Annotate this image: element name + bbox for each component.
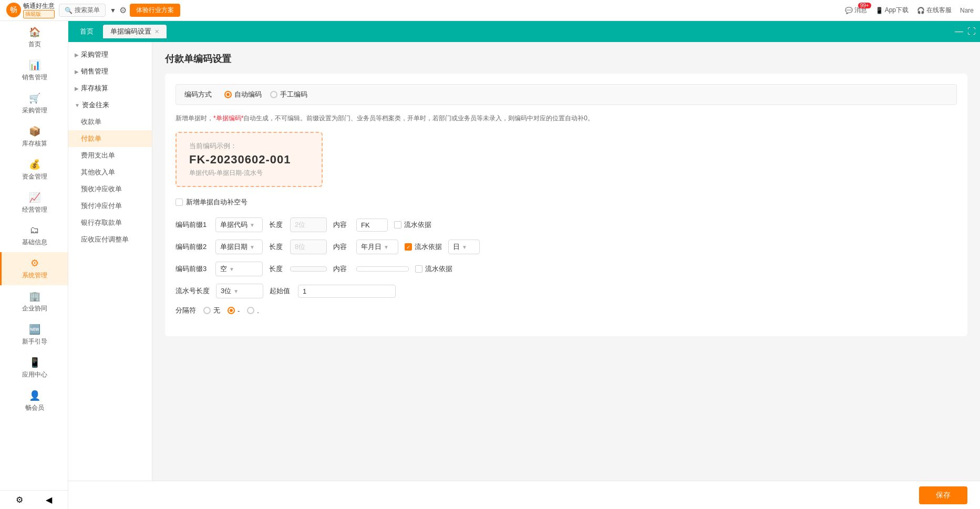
sidebar-item-member[interactable]: 👤 畅会员 (0, 385, 68, 418)
serial-2-checkbox[interactable]: ✓ 流水依据 (405, 242, 442, 252)
preview-box: 当前编码示例： FK-20230602-001 单据代码-单据日期-流水号 (176, 132, 323, 187)
sidebar-settings-icon[interactable]: ⚙ (16, 495, 23, 505)
auto-fill-checkbox[interactable] (176, 199, 183, 206)
length-3-label: 长度 (269, 264, 284, 274)
sub-menu-item-expense[interactable]: 费用支出单 (68, 147, 152, 164)
sidebar-item-purchase[interactable]: 🛒 采购管理 (0, 87, 68, 120)
tab-home-label: 首页 (80, 27, 94, 36)
sidebar-item-appcenter[interactable]: 📱 应用中心 (0, 351, 68, 385)
sidebar-item-home[interactable]: 🏠 首页 (0, 21, 68, 54)
member-icon: 👤 (29, 390, 40, 401)
sidebar-item-sales[interactable]: 📊 销售管理 (0, 54, 68, 87)
prefix-3-select[interactable]: 空 ▼ (215, 262, 263, 276)
sep-dot[interactable]: . (247, 307, 259, 315)
auto-fill-row: 新增单据自动补空号 (176, 198, 957, 207)
content-2-select[interactable]: 年月日 ▼ (356, 240, 398, 254)
app-download-button[interactable]: 📱 App下载 (875, 6, 909, 15)
chevron-down-icon: ▼ (384, 244, 389, 250)
sidebar-item-finance[interactable]: 💰 资金管理 (0, 153, 68, 186)
online-service-button[interactable]: 🎧 在线客服 (917, 6, 952, 15)
logo-area: 畅 畅通好生意 插屁版 (6, 2, 55, 18)
content-3-label: 内容 (333, 264, 350, 274)
prefix-1-select[interactable]: 单据代码 ▼ (215, 217, 263, 232)
sub-menu-item-receipt[interactable]: 收款单 (68, 113, 152, 130)
sidebar-item-label: 采购管理 (22, 106, 47, 115)
nav-dropdown[interactable]: ▼ (110, 7, 116, 14)
prefix-2-select[interactable]: 单据日期 ▼ (215, 240, 263, 254)
length-1-input[interactable]: 2位 (290, 217, 327, 232)
serial-2-label: 流水依据 (415, 242, 442, 252)
tab-home[interactable]: 首页 (73, 25, 101, 38)
sub-menu-item-prepay-receive[interactable]: 预收冲应收单 (68, 181, 152, 198)
sidebar-item-label: 系统管理 (22, 271, 47, 280)
start-value-label: 起始值 (270, 286, 292, 296)
sep-none[interactable]: 无 (203, 306, 220, 315)
sidebar-item-newguide[interactable]: 🆕 新手引导 (0, 318, 68, 351)
appcenter-icon: 📱 (29, 357, 40, 368)
sub-menu-group-inventory: ▶ 库存核算 (68, 80, 152, 97)
search-menu-button[interactable]: 🔍 搜索菜单 (59, 4, 106, 17)
prefix-2-label: 编码前缀2 (176, 242, 209, 252)
content-3-value (356, 266, 409, 272)
serial-1-label: 流水依据 (404, 220, 431, 230)
separator-label: 分隔符 (176, 306, 196, 315)
sidebar-collapse-icon[interactable]: ◀ (46, 495, 52, 505)
sidebar-item-label: 畅会员 (25, 403, 44, 412)
sidebar-item-system[interactable]: ⚙ 系统管理 (0, 252, 68, 285)
sidebar-item-enterprise[interactable]: 🏢 企业协同 (0, 285, 68, 318)
serial-sub-select[interactable]: 日 ▼ (448, 240, 480, 254)
tab-encoding-label: 单据编码设置 (110, 27, 151, 36)
sub-menu-group-capital-header[interactable]: ▼ 资金往来 (68, 97, 152, 113)
tab-minimize-icon[interactable]: — (955, 27, 963, 36)
serial-length-select[interactable]: 3位 ▼ (216, 284, 263, 298)
sidebar-item-operations[interactable]: 📈 经营管理 (0, 186, 68, 220)
length-2-input[interactable]: 8位 (290, 240, 327, 254)
sub-menu-group-purchase-header[interactable]: ▶ 采购管理 (68, 46, 152, 63)
sep-dot-dot (247, 307, 254, 314)
tab-encoding[interactable]: 单据编码设置 ✕ (103, 25, 167, 38)
length-3-input[interactable] (290, 266, 327, 272)
username: Nare (960, 7, 974, 14)
sub-menu-group-inventory-header[interactable]: ▶ 库存核算 (68, 80, 152, 97)
sub-menu-item-bank-deposit[interactable]: 银行存取款单 (68, 214, 152, 231)
purchase-icon: 🛒 (29, 92, 40, 104)
arrow-right-icon: ▶ (75, 52, 79, 58)
sub-menu-item-receivable-adjust[interactable]: 应收应付调整单 (68, 231, 152, 248)
start-value-input[interactable] (298, 285, 396, 298)
prefix-row-3: 编码前缀3 空 ▼ 长度 内容 流水依据 (176, 262, 957, 276)
enterprise-icon: 🏢 (29, 290, 40, 302)
sidebar: 🏠 首页 📊 销售管理 🛒 采购管理 📦 库存核算 💰 资金管理 📈 经营管理 … (0, 21, 68, 509)
radio-group: 自动编码 手工编码 (224, 90, 307, 99)
sidebar-item-basic[interactable]: 🗂 基础信息 (0, 220, 68, 252)
save-button[interactable]: 保存 (919, 486, 967, 504)
tab-close-icon[interactable]: ✕ (154, 28, 159, 35)
settings-card: 编码方式 自动编码 手工编码 (165, 74, 967, 336)
sub-menu-item-prepay-pay[interactable]: 预付冲应付单 (68, 198, 152, 214)
gear-button[interactable]: ⚙ (119, 5, 127, 15)
prefix-row-2: 编码前缀2 单据日期 ▼ 长度 8位 内容 年月日 ▼ ✓ (176, 240, 957, 254)
page-content: 付款单编码设置 编码方式 自动编码 手工编码 (152, 42, 980, 481)
prefix-3-label: 编码前缀3 (176, 264, 209, 274)
sub-menu-item-other-income[interactable]: 其他收入单 (68, 164, 152, 181)
chevron-down-icon: ▼ (250, 222, 255, 228)
serial-3-checkbox-box (415, 265, 422, 273)
sep-dash[interactable]: - (228, 307, 240, 315)
arrow-down-icon: ▼ (75, 102, 80, 108)
serial-1-checkbox[interactable]: 流水依据 (394, 220, 431, 230)
top-nav-right: 💬 消息 99+ 📱 App下载 🎧 在线客服 Nare (845, 6, 974, 15)
sub-menu-group-sales-header[interactable]: ▶ 销售管理 (68, 63, 152, 80)
radio-auto[interactable]: 自动编码 (224, 90, 262, 99)
message-button[interactable]: 💬 消息 99+ (845, 6, 867, 15)
system-icon: ⚙ (30, 257, 39, 269)
sub-menu-item-payment[interactable]: 付款单 (68, 130, 152, 147)
serial-sub-row: 日 ▼ (448, 240, 480, 254)
page-body: ▶ 采购管理 ▶ 销售管理 ▶ 库存核算 (68, 42, 980, 481)
tab-maximize-icon[interactable]: ⛶ (967, 27, 976, 36)
radio-manual[interactable]: 手工编码 (270, 90, 307, 99)
serial-1-checkbox-box (394, 221, 401, 228)
basic-icon: 🗂 (30, 225, 39, 236)
sidebar-item-inventory[interactable]: 📦 库存核算 (0, 120, 68, 153)
finance-icon: 💰 (29, 159, 40, 170)
trial-button[interactable]: 体验行业方案 (130, 4, 180, 17)
serial-3-checkbox[interactable]: 流水依据 (415, 264, 452, 274)
